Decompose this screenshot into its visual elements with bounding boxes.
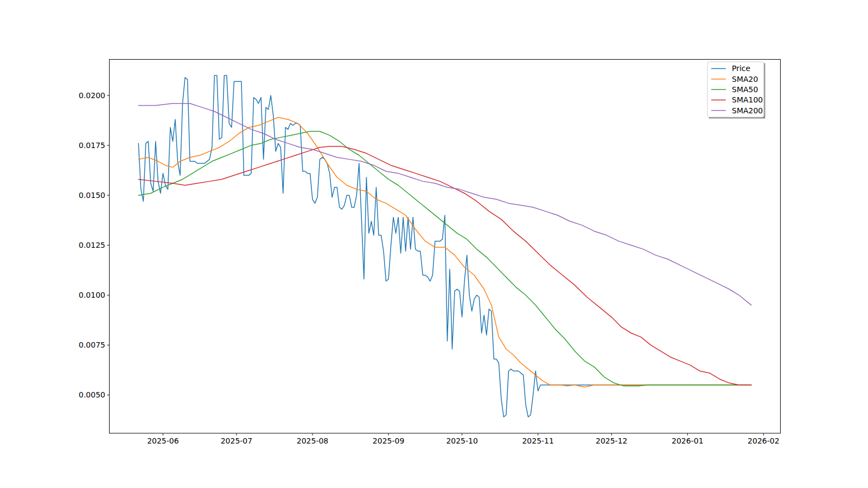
x-tick-label: 2025-10 [446, 436, 478, 445]
x-tick-label: 2025-06 [147, 436, 179, 445]
x-tick-label: 2026-01 [672, 436, 704, 445]
x-tick-label: 2025-09 [373, 436, 405, 445]
y-tick-label: 0.0200 [79, 91, 105, 100]
x-tick-label: 2025-08 [297, 436, 329, 445]
x-tick-label: 2025-12 [596, 436, 628, 445]
x-tick-label: 2025-07 [221, 436, 253, 445]
y-tick-label: 0.0100 [79, 291, 105, 299]
legend-label: Price [732, 64, 750, 73]
y-tick-label: 0.0150 [79, 191, 105, 200]
y-tick-label: 0.0050 [79, 390, 105, 399]
y-tick-label: 0.0075 [79, 341, 105, 349]
legend-label: SMA50 [732, 85, 758, 94]
legend-label: SMA200 [732, 106, 763, 115]
legend: PriceSMA20SMA50SMA100SMA200 [707, 62, 765, 119]
y-tick-label: 0.0125 [79, 241, 105, 249]
legend-label: SMA100 [732, 95, 763, 104]
x-tick-label: 2026-02 [748, 436, 780, 445]
figure: 2025-062025-072025-082025-092025-102025-… [0, 0, 868, 488]
price-sma-chart: 2025-062025-072025-082025-092025-102025-… [0, 0, 868, 488]
x-tick-label: 2025-11 [522, 436, 554, 445]
legend-label: SMA20 [732, 75, 758, 84]
y-tick-label: 0.0175 [79, 141, 105, 150]
